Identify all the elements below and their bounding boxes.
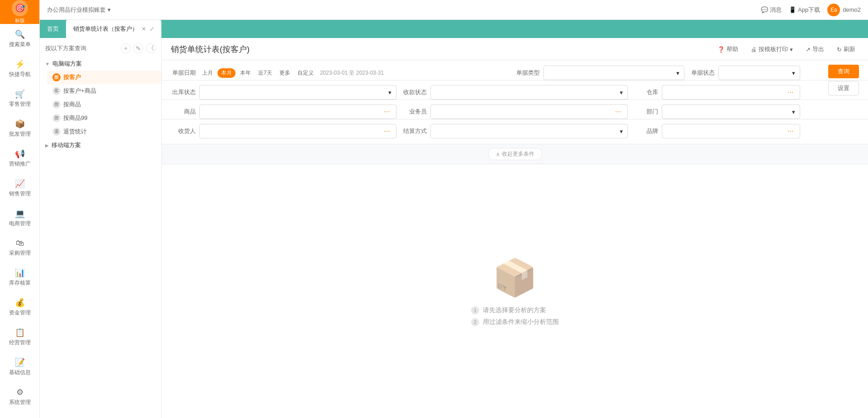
tree-item-icon-3: 按 [52, 114, 61, 122]
print-arrow-icon: ▾ [790, 46, 793, 53]
tree-item-label-4: 退货统计 [63, 128, 87, 136]
collapse-label: 收起更多条件 [502, 150, 534, 158]
refresh-button[interactable]: ↻ 刷新 [833, 43, 859, 55]
status-label: 单据状态 [690, 69, 715, 77]
collapse-panel-button[interactable]: 《 [146, 43, 156, 53]
page-actions: ❓ 帮助 🖨 按模板打印 ▾ ↗ 导出 ↻ 刷新 [714, 43, 859, 55]
tab-close-icon[interactable]: ✕ [142, 26, 146, 32]
sidebar-label-7: 采购管理 [9, 249, 31, 257]
tab-bar: 首页 销货单统计表（按客户） ✕ ⤢ [40, 20, 868, 38]
sidebar-item-5[interactable]: 📈 销售管理 [0, 173, 39, 203]
tree-item-label-3: 按商品99 [63, 114, 87, 122]
sidebar-label-4: 营销推广 [9, 160, 31, 168]
message-button[interactable]: 💬 消息 [761, 6, 782, 14]
right-panel: 销货单统计表(按客户) ❓ 帮助 🖨 按模板打印 ▾ ↗ 导出 [162, 38, 868, 418]
sidebar-item-7[interactable]: 🛍 采购管理 [0, 233, 39, 262]
add-scheme-button[interactable]: ＋ [121, 43, 131, 53]
sidebar-icon-5: 📈 [15, 179, 25, 189]
tab-home[interactable]: 首页 [40, 20, 66, 38]
receiver-dots-icon[interactable]: ··· [382, 127, 392, 135]
sidebar-item-8[interactable]: 📊 库存核算 [0, 262, 39, 292]
sidebar-item-11[interactable]: 📝 基础信息 [0, 352, 39, 382]
brand-dots-icon[interactable]: ··· [786, 127, 795, 135]
date-tab-custom[interactable]: 自定义 [295, 68, 316, 78]
date-tab-last-month[interactable]: 上月 [199, 68, 216, 78]
sidebar-item-0[interactable]: 🔍 搜索菜单 [0, 24, 39, 54]
salesman-input[interactable]: ··· [430, 104, 627, 119]
desktop-scheme-group: ▼ 电脑端方案 按按客户客按客户+商品按按商品按按商品99退退货统计 [40, 57, 161, 138]
sidebar-item-6[interactable]: 💻 电商管理 [0, 203, 39, 233]
tree-item-3[interactable]: 按按商品99 [47, 111, 161, 125]
date-value: 2023-03-01 至 2023-03-31 [320, 69, 384, 77]
refresh-icon: ↻ [837, 46, 842, 53]
mobile-group-header[interactable]: ▶ 移动端方案 [40, 138, 161, 152]
tree-item-0[interactable]: 按按客户 [47, 71, 161, 84]
empty-illustration: 📦 [492, 256, 538, 299]
edit-scheme-button[interactable]: ✎ [133, 43, 143, 53]
type-label: 单据类型 [515, 69, 540, 77]
tree-item-1[interactable]: 客按客户+商品 [47, 84, 161, 98]
tree-item-icon-4: 退 [52, 128, 61, 136]
filter-row-3: 商品 ··· 业务员 ··· 部门 [162, 100, 868, 119]
date-tab-more[interactable]: 更多 [277, 68, 293, 78]
status-chevron-icon: ▾ [792, 70, 795, 76]
sidebar-label-8: 库存核算 [9, 279, 31, 287]
sidebar-item-1[interactable]: ⚡ 快捷导航 [0, 54, 39, 84]
status-dropdown[interactable]: ▾ [718, 66, 801, 80]
receiver-input[interactable]: ··· [199, 124, 396, 138]
settle-dropdown[interactable]: ▾ [430, 124, 627, 138]
goods-dots-icon[interactable]: ··· [382, 108, 392, 116]
sidebar-item-4[interactable]: 📢 营销推广 [0, 143, 39, 173]
settings-button[interactable]: 设置 [828, 81, 859, 95]
date-tab-7days[interactable]: 近7天 [255, 68, 275, 78]
type-dropdown[interactable]: ▾ [543, 66, 684, 80]
desktop-group-header[interactable]: ▼ 电脑端方案 [40, 57, 161, 71]
tree-item-icon-2: 按 [52, 100, 61, 109]
tree-item-4[interactable]: 退退货统计 [47, 125, 161, 138]
logo-text: 标版 [15, 17, 25, 24]
tab-sales-stats[interactable]: 销货单统计表（按客户） ✕ ⤢ [66, 20, 161, 38]
warehouse-input[interactable]: ··· [662, 85, 800, 100]
sidebar-item-12[interactable]: ⚙ 系统管理 [0, 382, 39, 412]
empty-state: 📦 1 请先选择要分析的方案 2 用过滤条件来缩小分析范围 [162, 164, 868, 418]
date-tab-this-year[interactable]: 本年 [237, 68, 254, 78]
sidebar-item-9[interactable]: 💰 资金管理 [0, 292, 39, 322]
tab-maximize-icon[interactable]: ⤢ [150, 26, 154, 32]
brand-input[interactable]: ··· [662, 124, 800, 138]
tree-item-2[interactable]: 按按商品 [47, 98, 161, 111]
export-button[interactable]: ↗ 导出 [802, 43, 828, 55]
message-icon: 💬 [761, 6, 768, 13]
account-dropdown-arrow: ▾ [108, 6, 111, 13]
left-panel-header: 按以下方案查询 ＋ ✎ 《 [40, 43, 161, 57]
sidebar-icon-9: 💰 [15, 298, 25, 308]
out-status-dropdown[interactable]: ▾ [199, 85, 396, 100]
dept-dropdown[interactable]: ▾ [662, 104, 800, 119]
dept-label: 部门 [633, 108, 658, 116]
sidebar-item-10[interactable]: 📋 经营管理 [0, 322, 39, 352]
app-download-button[interactable]: 📱 App下载 [789, 6, 820, 14]
collapse-button[interactable]: ∧ 收起更多条件 [488, 148, 542, 160]
desktop-group-label: 电脑端方案 [52, 60, 82, 68]
sidebar-item-3[interactable]: 📦 批发管理 [0, 114, 39, 143]
warehouse-dots-icon[interactable]: ··· [786, 88, 795, 96]
sidebar-item-2[interactable]: 🛒 零售管理 [0, 84, 39, 114]
goods-input[interactable]: ··· [199, 104, 396, 119]
print-button[interactable]: 🖨 按模板打印 ▾ [747, 43, 797, 55]
avatar: Ea [827, 4, 840, 16]
sidebar-item-13[interactable]: 🤝 企业协同 [0, 412, 39, 418]
collapse-arrow-icon: ∧ [496, 151, 500, 157]
collect-status-dropdown[interactable]: ▾ [430, 85, 627, 100]
account-dropdown[interactable]: 办公用品行业模拟账套 ▾ [47, 6, 111, 14]
collect-status-filter: 收款状态 ▾ [402, 85, 627, 100]
query-button[interactable]: 查询 [828, 65, 859, 78]
account-name: 办公用品行业模拟账套 [47, 6, 106, 14]
dept-filter: 部门 ▾ [633, 104, 859, 119]
settle-chevron-icon: ▾ [620, 128, 623, 135]
page-title: 销货单统计表(按客户) [171, 44, 250, 55]
help-button[interactable]: ❓ 帮助 [714, 43, 742, 55]
tip-text-2: 用过滤条件来缩小分析范围 [483, 318, 559, 326]
salesman-dots-icon[interactable]: ··· [613, 108, 623, 116]
date-tab-this-month[interactable]: 本月 [217, 68, 236, 78]
logo-button[interactable]: 🎯 标版 [0, 0, 40, 24]
user-profile[interactable]: Ea demo2 [827, 4, 861, 16]
